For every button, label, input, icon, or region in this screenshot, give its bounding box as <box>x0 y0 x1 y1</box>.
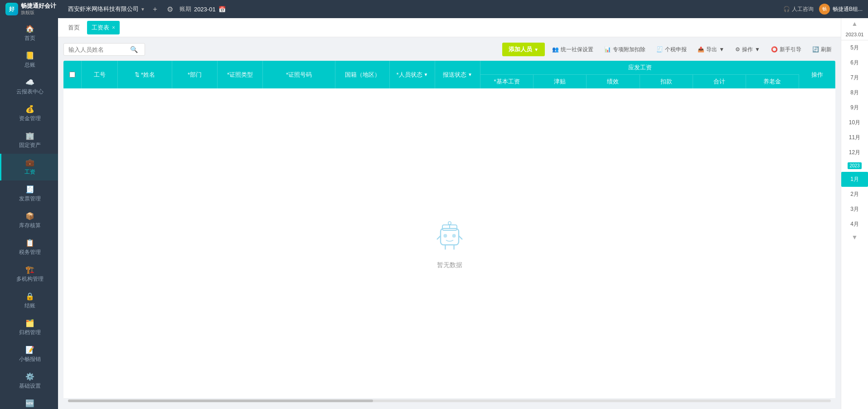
ledger-icon: 📒 <box>25 51 34 60</box>
social-security-icon: 👥 <box>552 46 559 53</box>
sidebar-label-assets: 固定资产 <box>19 141 41 149</box>
empty-icon <box>432 218 468 254</box>
sidebar-label-invoice: 发票管理 <box>19 195 41 203</box>
sidebar-item-invoice[interactable]: 🧾 发票管理 <box>0 180 58 207</box>
month-item-9[interactable]: 9月 <box>841 100 868 115</box>
tab-close-icon[interactable]: × <box>112 24 115 31</box>
right-panel: ▲ 2023.01 5月 6月 7月 8月 9月 10月 11月 12月 202… <box>841 18 868 409</box>
sort-name-icon[interactable]: ⇅ <box>135 71 140 78</box>
search-input[interactable] <box>68 46 127 53</box>
add-person-button[interactable]: 添加人员 ▼ <box>502 43 545 56</box>
headset-icon: 🎧 <box>783 6 790 12</box>
sidebar-item-expense[interactable]: 📝 小畅报销 <box>0 341 58 368</box>
gear-icon: ⚙️ <box>25 372 34 381</box>
th-operations: 操作 <box>799 61 835 88</box>
sidebar-label-multi: 多机构管理 <box>16 275 44 283</box>
sidebar-label-home: 首页 <box>24 34 35 42</box>
company-chevron-icon: ▼ <box>141 7 145 12</box>
settings-icon[interactable]: ⚙ <box>165 3 175 15</box>
th-salary-group: 应发工资 *基本工资 津贴 绩效 扣款 合计 养老金 <box>480 61 799 88</box>
th-name-label: *姓名 <box>141 71 155 79</box>
sidebar-item-assets[interactable]: 🏢 固定资产 <box>0 127 58 154</box>
sidebar-item-payroll[interactable]: 💼 工资 <box>0 154 58 180</box>
report-filter-icon[interactable]: ▼ <box>468 72 472 77</box>
month-item-11[interactable]: 11月 <box>841 130 868 145</box>
sidebar-label-cloud: 云报表中心 <box>16 88 44 96</box>
logo-icon: 好 <box>5 3 18 15</box>
search-box[interactable]: 🔍 <box>63 43 145 56</box>
empty-text: 暂无数据 <box>437 261 462 269</box>
social-security-button[interactable]: 👥 统一社保设置 <box>548 44 597 56</box>
calendar-icon[interactable]: 📅 <box>218 6 226 13</box>
th-id: 工号 <box>82 61 118 88</box>
social-security-label: 统一社保设置 <box>561 46 593 54</box>
tax-icon: 📋 <box>25 239 34 247</box>
sidebar-item-multi[interactable]: 🏗️ 多机构管理 <box>0 261 58 287</box>
month-item-6[interactable]: 6月 <box>841 55 868 70</box>
month-item-8[interactable]: 8月 <box>841 85 868 100</box>
svg-line-9 <box>459 236 462 239</box>
company-selector[interactable]: 西安虾米网络科技有限公司 ▼ <box>68 5 145 13</box>
guide-button[interactable]: ⭕ 新手引导 <box>767 44 805 56</box>
th-salary-top: 应发工资 <box>480 61 799 75</box>
month-nav-up-icon[interactable]: ▲ <box>841 18 868 29</box>
tab-home[interactable]: 首页 <box>63 21 84 34</box>
sidebar-item-ledger[interactable]: 📒 总账 <box>0 47 58 73</box>
app-container: 好 畅捷通好会计 旗舰版 西安虾米网络科技有限公司 ▼ ＋ ⚙ 账期 2023-… <box>0 0 868 409</box>
refresh-button[interactable]: 🔄 刷新 <box>809 44 835 56</box>
invoice-icon: 🧾 <box>25 185 34 194</box>
current-period-header: 2023.01 <box>841 29 868 40</box>
scroll-thumb[interactable] <box>68 399 373 402</box>
top-bar-right: 🎧 人工咨询 畅 畅捷通B组... <box>783 4 863 15</box>
tax-report-button[interactable]: 🧾 个税申报 <box>653 44 690 56</box>
year-badge: 2023 <box>848 162 861 169</box>
sidebar-label-archive: 归档管理 <box>19 329 41 336</box>
special-deduction-button[interactable]: 📊 专项附加扣除 <box>601 44 649 56</box>
th-status: *人员状态 ▼ <box>390 61 435 88</box>
refresh-icon: 🔄 <box>812 46 819 53</box>
sidebar-item-guide[interactable]: 🆕 新手引导 <box>0 394 58 409</box>
sidebar-item-settings[interactable]: ⚙️ 基础设置 <box>0 368 58 394</box>
sidebar-item-tax[interactable]: 📋 税务管理 <box>0 234 58 261</box>
sidebar-label-ledger: 总账 <box>24 61 35 69</box>
table-header: 工号 ⇅ *姓名 *部门 *证照类型 *证照号码 <box>63 61 835 88</box>
sidebar-item-funds[interactable]: 💰 资金管理 <box>0 100 58 127</box>
month-item-4[interactable]: 4月 <box>841 217 868 232</box>
sidebar-item-cloud[interactable]: ☁️ 云报表中心 <box>0 73 58 100</box>
th-deductions: 扣款 <box>640 75 693 88</box>
export-button[interactable]: 📤 导出 ▼ <box>694 44 728 56</box>
add-company-icon[interactable]: ＋ <box>150 3 160 16</box>
sidebar-item-close[interactable]: 🔒 结账 <box>0 287 58 314</box>
sidebar-item-archive[interactable]: 🗂️ 归档管理 <box>0 314 58 341</box>
sidebar-item-home[interactable]: 🏠 首页 <box>0 20 58 47</box>
month-item-1[interactable]: 1月 <box>841 172 868 187</box>
scroll-track[interactable] <box>68 399 831 402</box>
user-info: 畅 畅捷通B组... <box>819 4 863 15</box>
month-item-7[interactable]: 7月 <box>841 70 868 85</box>
month-item-10[interactable]: 10月 <box>841 115 868 130</box>
status-filter-icon[interactable]: ▼ <box>424 72 428 77</box>
service-button[interactable]: 🎧 人工咨询 <box>783 5 814 13</box>
logo-text-area: 畅捷通好会计 旗舰版 <box>21 2 56 16</box>
sidebar-label-tax: 税务管理 <box>19 248 41 256</box>
select-all-checkbox[interactable] <box>69 72 75 78</box>
month-item-12[interactable]: 12月 <box>841 145 868 160</box>
operation-button[interactable]: ⚙ 操作 ▼ <box>732 44 764 56</box>
month-item-3[interactable]: 3月 <box>841 202 868 217</box>
svg-point-4 <box>443 234 447 238</box>
month-item-2[interactable]: 2月 <box>841 187 868 202</box>
funds-icon: 💰 <box>25 105 34 113</box>
month-item-5[interactable]: 5月 <box>841 40 868 55</box>
th-checkbox[interactable] <box>63 61 82 88</box>
tax-report-label: 个税申报 <box>665 46 687 54</box>
month-nav-down-icon[interactable]: ▼ <box>841 232 868 243</box>
refresh-label: 刷新 <box>821 46 832 54</box>
sidebar-label-funds: 资金管理 <box>19 115 41 122</box>
cloud-icon: ☁️ <box>25 78 34 87</box>
scroll-bar-container <box>63 398 835 404</box>
th-performance: 绩效 <box>587 75 640 88</box>
th-operations-label: 操作 <box>811 71 823 79</box>
sidebar-item-inventory[interactable]: 📦 库存核算 <box>0 207 58 234</box>
export-icon: 📤 <box>698 46 704 53</box>
tab-payroll[interactable]: 工资表 × <box>87 21 120 34</box>
